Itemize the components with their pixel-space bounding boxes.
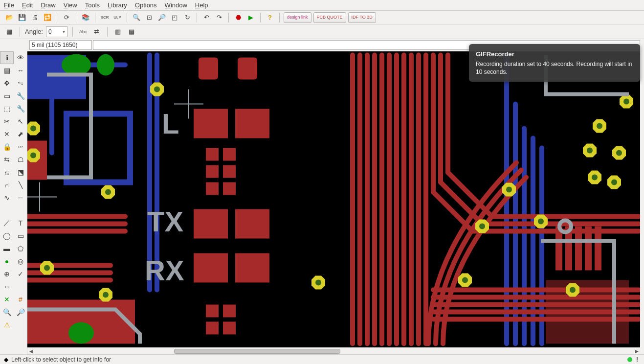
stop-button[interactable]: ⬣	[233, 12, 244, 23]
menu-bar: File Edit Draw View Tools Library Option…	[0, 0, 644, 11]
change-tool[interactable]: 🔧	[14, 90, 27, 102]
main-toolbar: 📂 💾 🖨 🔁 ⟳ 📚 SCR ULP 🔍 ⊡ 🔎 ◰ ↻ ↶ ↷ ⬣ ▶ ? …	[0, 11, 644, 24]
rect-fill-tool[interactable]: ▬	[0, 242, 14, 255]
zoom-fit-button[interactable]: ⊡	[144, 12, 155, 23]
idf-to-3d-button[interactable]: IDF TO 3D	[348, 12, 376, 23]
print-button[interactable]: 🖨	[29, 12, 40, 23]
pcb-canvas[interactable]: L TX RX	[27, 51, 640, 347]
zoom-window-button[interactable]: ◰	[169, 12, 180, 23]
menu-draw[interactable]: Draw	[41, 1, 55, 9]
lock-tool[interactable]: 🔒	[0, 140, 14, 153]
rect-tool[interactable]: ▭	[14, 229, 27, 242]
save-button[interactable]: 💾	[17, 12, 27, 23]
parameters-toolbar: ▦ Angle: 0 Abc ⇄ ▥ ▤	[0, 24, 644, 39]
line-tool[interactable]: ／	[0, 217, 14, 229]
undo-button[interactable]: ↶	[201, 12, 212, 23]
horizontal-scrollbar[interactable]: ◀ ▶	[27, 347, 640, 354]
select-rect-tool[interactable]: ⬚	[0, 102, 14, 115]
pinswap-tool[interactable]: ⇆	[0, 153, 14, 166]
route-tool[interactable]: ╲	[14, 179, 27, 191]
show-tool[interactable]: 👁	[14, 51, 27, 64]
wire-tool[interactable]: ─	[14, 191, 27, 204]
notification-toast: GIFRecorder Recording duration set to 40…	[469, 44, 640, 82]
layout-mode-1-button[interactable]: ▥	[112, 26, 123, 37]
library-button[interactable]: 📚	[80, 12, 91, 23]
menu-library[interactable]: Library	[108, 1, 127, 9]
grid-button[interactable]: ▦	[4, 26, 15, 37]
separator	[76, 13, 76, 23]
separator	[95, 13, 95, 23]
circle-tool[interactable]: ◯	[0, 229, 14, 242]
drc-tool[interactable]: ✓	[14, 268, 27, 280]
svg-point-92	[597, 123, 602, 129]
menu-help[interactable]: Help	[195, 1, 208, 9]
via-tool[interactable]: ●	[0, 255, 14, 268]
pcb-quote-button[interactable]: PCB QUOTE	[313, 12, 346, 23]
svg-point-74	[315, 280, 321, 286]
arrow-tool[interactable]: ↖	[14, 115, 27, 128]
notification-title: GIFRecorder	[476, 50, 633, 59]
errors-tool[interactable]: ✕	[0, 293, 14, 306]
mirror-tool[interactable]: ⇋	[14, 77, 27, 90]
spacer	[14, 204, 27, 217]
svg-point-68	[105, 189, 111, 195]
info-tool[interactable]: ℹ	[0, 51, 14, 64]
angle-dropdown[interactable]: 0	[46, 26, 67, 37]
menu-edit[interactable]: Edit	[22, 1, 33, 9]
text-style-button[interactable]: Abc	[78, 26, 89, 37]
ulp-button[interactable]: ULP	[112, 12, 123, 23]
zoom-select-tool[interactable]: 🔍	[0, 306, 14, 318]
go-button[interactable]: ▶	[245, 12, 256, 23]
wrench-tool[interactable]: 🔧	[14, 102, 27, 115]
open-button[interactable]: 📂	[4, 12, 15, 23]
zoom-out-button[interactable]: 🔎	[156, 12, 167, 23]
menu-file[interactable]: File	[4, 1, 14, 9]
miter-tool[interactable]: ⬔	[14, 166, 27, 179]
polygon-tool[interactable]: ⬠	[14, 242, 27, 255]
scroll-thumb[interactable]	[174, 349, 340, 354]
zoom-redraw-button[interactable]: ↻	[182, 12, 193, 23]
menu-tools[interactable]: Tools	[85, 1, 100, 9]
zoom-in-button[interactable]: 🔍	[131, 12, 142, 23]
menu-view[interactable]: View	[64, 1, 77, 9]
separator	[228, 13, 229, 23]
update-button[interactable]: ⟳	[61, 12, 72, 23]
redo-button[interactable]: ↷	[214, 12, 224, 23]
hole-tool[interactable]: ◎	[14, 255, 27, 268]
ripup-tool[interactable]: ∿	[0, 191, 14, 204]
ratsnest-tool[interactable]: ⊕	[0, 268, 14, 280]
svg-point-58	[62, 54, 91, 76]
menu-window[interactable]: Window	[165, 1, 187, 9]
warning-tool[interactable]: ⚠	[0, 318, 14, 331]
svg-rect-37	[235, 209, 269, 239]
separator	[127, 13, 127, 23]
layers-tool[interactable]: ▤	[0, 64, 14, 77]
layout-mode-2-button[interactable]: ▤	[126, 26, 137, 37]
script-button[interactable]: SCR	[99, 12, 110, 23]
delete-tool[interactable]: ✕	[0, 128, 14, 140]
dimension-tool[interactable]: ↔	[0, 280, 14, 293]
name-tool[interactable]: R?	[14, 140, 27, 153]
autoroute-tool[interactable]: #	[14, 293, 27, 306]
svg-rect-47	[223, 305, 236, 318]
zoom-select2-tool[interactable]: 🔎	[14, 306, 27, 318]
scroll-left-arrow-icon[interactable]: ◀	[27, 348, 34, 355]
designlink-button[interactable]: design link	[284, 12, 311, 23]
menu-options[interactable]: Options	[135, 1, 157, 9]
mirror-button[interactable]: ⇄	[91, 26, 102, 37]
board-sch-switch-button[interactable]: 🔁	[42, 12, 53, 23]
split-tool[interactable]: ⑁	[0, 179, 14, 191]
replace-tool[interactable]: ☖	[14, 153, 27, 166]
group-tool[interactable]: ▭	[0, 90, 14, 102]
move-xy-tool[interactable]: ✥	[0, 77, 14, 90]
svg-point-60	[68, 322, 94, 344]
text-tool[interactable]: T	[14, 217, 27, 229]
scroll-right-arrow-icon[interactable]: ▶	[633, 348, 640, 355]
svg-rect-57	[546, 280, 629, 344]
smash-tool[interactable]: ⎌	[0, 166, 14, 179]
help-button[interactable]: ?	[265, 12, 275, 23]
cut-tool[interactable]: ✂	[0, 115, 14, 128]
select-tool[interactable]: ⬈	[14, 128, 27, 140]
svg-rect-42	[206, 165, 219, 178]
move-tool[interactable]: ↔	[14, 64, 27, 77]
